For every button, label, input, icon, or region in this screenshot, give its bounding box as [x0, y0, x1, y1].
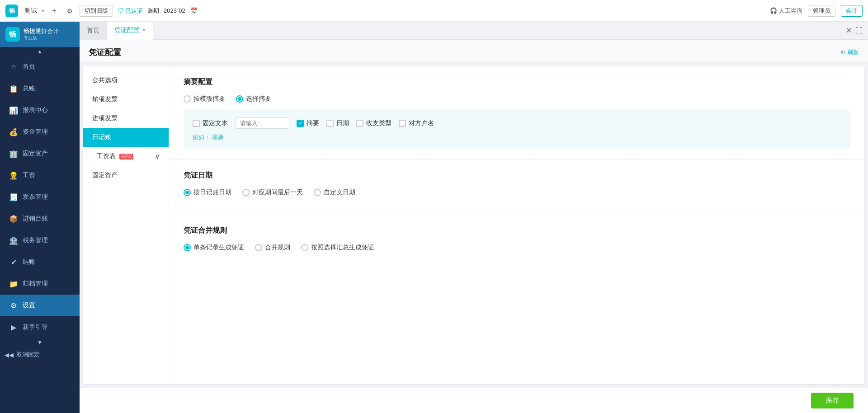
sidebar-item-sales[interactable]: 📦 进销台账	[0, 208, 80, 230]
settings-sidebar-icon: ⚙	[9, 301, 18, 310]
sidebar-item-payroll[interactable]: 👷 工资	[0, 164, 80, 186]
logo-mark: 畅	[5, 27, 20, 42]
merge-rule-title: 凭证合并规则	[184, 226, 850, 235]
invoice-icon: 🧾	[9, 193, 18, 202]
switch-old-button[interactable]: 切到旧版	[80, 5, 113, 17]
page-content: 凭证配置 ↻ 刷新 公共选项 销项发票	[80, 40, 868, 413]
radio-merge[interactable]: 合并规则	[255, 244, 290, 252]
sidebar-item-guide[interactable]: ▶ 新手引导	[0, 316, 80, 338]
expand-icon: ∨	[155, 153, 160, 160]
archive-icon: 📁	[9, 280, 18, 288]
radio-single-circle	[184, 244, 191, 251]
date-checkbox	[326, 120, 334, 127]
left-nav-sales-invoice[interactable]: 销项发票	[83, 90, 169, 109]
save-button[interactable]: 保存	[811, 393, 854, 408]
settings-icon[interactable]: ⚙	[64, 5, 75, 16]
summary-radio-group: 按模版摘要 选择摘要	[184, 95, 850, 103]
project-chevron-icon[interactable]: ▾	[42, 8, 44, 14]
radio-by-journal-circle	[184, 189, 191, 196]
fixed-text-input[interactable]	[235, 117, 289, 129]
left-nav-fixed-assets[interactable]: 固定资产	[83, 166, 169, 185]
consult-button[interactable]: 🎧 人工咨询	[770, 7, 802, 15]
tax-icon: 🏦	[9, 236, 18, 245]
header-right: 🎧 人工咨询 管理员 会计	[770, 5, 863, 17]
income-type-checkbox	[356, 120, 363, 127]
left-nav-purchase-invoice[interactable]: 进项发票	[83, 109, 169, 128]
radio-last-day-circle	[242, 189, 250, 196]
new-badge: NEW	[119, 154, 133, 160]
sidebar-item-capital[interactable]: 💰 资金管理	[0, 121, 80, 143]
radio-batch-circle	[301, 244, 308, 251]
merge-rule-radio-group: 单条记录生成凭证 合并规则 按照选择汇总生成凭证	[184, 244, 850, 252]
cancel-fixed-button[interactable]: ◀◀ 取消固定	[0, 347, 80, 362]
sidebar-item-report[interactable]: 📊 报表中心	[0, 99, 80, 121]
radio-single[interactable]: 单条记录生成凭证	[184, 244, 244, 252]
sidebar-item-archive[interactable]: 📁 归档管理	[0, 273, 80, 295]
capital-icon: 💰	[9, 128, 18, 136]
left-nav: 公共选项 销项发票 进项发票 日记账 工资表	[83, 66, 169, 384]
home-icon: ⌂	[9, 63, 18, 71]
sidebar-item-tax[interactable]: 🏦 税务管理	[0, 230, 80, 251]
sidebar-item-home[interactable]: ⌂ 首页	[0, 56, 80, 78]
page-title: 凭证配置	[89, 47, 121, 58]
inner-layout: 公共选项 销项发票 进项发票 日记账 工资表	[83, 66, 864, 384]
main-layout: 畅 畅捷通好会计 专业版 ▲ ⌂ 首页 📋 总账 📊 报表中心 💰	[0, 22, 868, 413]
sidebar-item-ledger[interactable]: 📋 总账	[0, 78, 80, 99]
calendar-icon[interactable]: 📅	[190, 7, 198, 14]
left-nav-journal[interactable]: 日记账	[83, 128, 169, 147]
project-name: 测试	[24, 7, 37, 15]
counterparty-checkbox	[399, 120, 406, 127]
accountant-button[interactable]: 会计	[841, 5, 863, 17]
fixed-text-checkbox	[193, 120, 200, 127]
example-text: 例如： 摘要	[193, 134, 224, 141]
shield-icon: 🛡	[118, 7, 123, 14]
top-header: 畅 测试 ▾ ＋ ⚙ 切到旧版 🛡 已认证 账期 2023-02 📅 🎧 人工咨…	[0, 0, 868, 22]
tab-close-button[interactable]: ✕	[846, 26, 852, 35]
checkbox-summary[interactable]: 摘要	[297, 119, 319, 127]
left-nav-public[interactable]: 公共选项	[83, 71, 169, 90]
page-title-bar: 凭证配置 ↻ 刷新	[80, 40, 868, 63]
tab-close-icon[interactable]: ×	[142, 27, 146, 33]
sidebar-scroll-up[interactable]: ▲	[0, 47, 80, 56]
sidebar-item-settings[interactable]: ⚙ 设置	[0, 295, 80, 316]
radio-by-journal[interactable]: 按日记账日期	[184, 188, 231, 197]
sidebar-item-closing[interactable]: ✔ 结账	[0, 251, 80, 273]
tab-home[interactable]: 首页	[80, 22, 107, 40]
checkbox-date[interactable]: 日期	[326, 119, 349, 127]
checkbox-income-type[interactable]: 收支类型	[356, 119, 392, 127]
tab-voucher-config[interactable]: 凭证配置 ×	[107, 22, 153, 40]
left-nav-payroll-table[interactable]: 工资表 NEW ∨	[83, 147, 169, 166]
sidebar-item-fixed-assets[interactable]: 🏢 固定资产	[0, 143, 80, 164]
radio-template-circle	[184, 95, 191, 103]
radio-template-summary[interactable]: 按模版摘要	[184, 95, 225, 103]
config-area: 摘要配置 按模版摘要 选择摘要	[169, 66, 864, 384]
refresh-button[interactable]: ↻ 刷新	[840, 48, 859, 56]
sidebar-item-invoice-mgmt[interactable]: 🧾 发票管理	[0, 186, 80, 208]
logo-icon: 畅	[5, 5, 18, 17]
sidebar-scroll-down[interactable]: ▼	[0, 338, 80, 347]
add-project-button[interactable]: ＋	[49, 5, 60, 16]
guide-icon: ▶	[9, 323, 18, 332]
voucher-date-section: 凭证日期 按日记账日期 对应期间最后一天	[169, 160, 864, 215]
fixed-assets-icon: 🏢	[9, 150, 18, 158]
summary-title: 摘要配置	[184, 77, 850, 87]
voucher-date-radio-group: 按日记账日期 对应期间最后一天 自定义日期	[184, 188, 850, 197]
checkbox-counterparty[interactable]: 对方户名	[399, 119, 434, 127]
summary-options-box: 固定文本 摘要 日期	[184, 110, 850, 149]
admin-button[interactable]: 管理员	[808, 5, 835, 17]
radio-custom-date[interactable]: 自定义日期	[314, 188, 355, 197]
logo-text: 畅捷通好会计 专业版	[24, 28, 59, 42]
tab-bar-actions: ✕ ⛶	[846, 26, 868, 35]
refresh-icon: ↻	[840, 49, 845, 56]
tab-fullscreen-button[interactable]: ⛶	[855, 27, 863, 35]
summary-options-row: 固定文本 摘要 日期	[193, 117, 841, 129]
sales-icon: 📦	[9, 215, 18, 223]
summary-config-section: 摘要配置 按模版摘要 选择摘要	[169, 66, 864, 160]
content-area: 首页 凭证配置 × ✕ ⛶ 凭证配置 ↻ 刷新	[80, 22, 868, 413]
checkbox-fixed-text[interactable]: 固定文本	[193, 119, 228, 127]
sidebar-logo: 畅 畅捷通好会计 专业版	[0, 22, 80, 47]
radio-merge-circle	[255, 244, 262, 251]
radio-batch[interactable]: 按照选择汇总生成凭证	[301, 244, 374, 252]
radio-last-day[interactable]: 对应期间最后一天	[242, 188, 303, 197]
radio-select-summary[interactable]: 选择摘要	[236, 95, 271, 103]
